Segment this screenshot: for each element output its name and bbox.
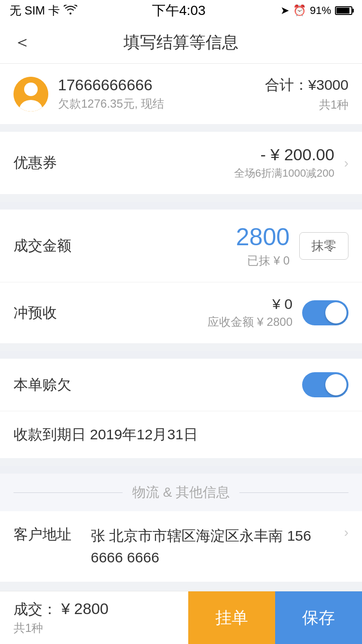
toggle-knob xyxy=(325,302,347,323)
avatar xyxy=(14,77,48,112)
chong-label: 冲预收 xyxy=(14,303,57,323)
due-date-row: 收款到期日 2019年12月31日 xyxy=(0,411,362,458)
location-icon: ➤ xyxy=(280,4,289,17)
coupon-desc: 全场6折满1000减200 xyxy=(234,166,334,181)
page-title: 填写结算等信息 xyxy=(124,31,238,54)
deal-section: 成交金额 2800 已抹 ¥ 0 抹零 冲预收 ¥ 0 应收金额 ¥ 2800 xyxy=(0,210,362,343)
logistics-title: 物流 & 其他信息 xyxy=(123,483,239,502)
bottom-amount-value: ¥ 2800 xyxy=(61,600,109,617)
address-row[interactable]: 客户地址 张 北京市市辖区海淀区永丰南 156 6666 6666 › xyxy=(0,511,362,582)
customer-count: 共1种 xyxy=(265,97,348,112)
save-button[interactable]: 保存 xyxy=(275,591,362,644)
alarm-icon: ⏰ xyxy=(293,4,306,17)
customer-left: 17666666666 欠款1276.35元, 现结 xyxy=(14,76,164,112)
status-right: ➤ ⏰ 91% xyxy=(280,4,352,17)
logistics-header: 物流 & 其他信息 xyxy=(0,474,362,511)
deal-label: 成交金额 xyxy=(14,236,71,256)
battery-icon xyxy=(335,6,352,15)
content-area: 17666666666 欠款1276.35元, 现结 合计：¥3000 共1种 … xyxy=(0,64,362,644)
qianqian-toggle[interactable] xyxy=(302,372,348,397)
round-button[interactable]: 抹零 xyxy=(299,232,348,260)
qianqian-label: 本单赊欠 xyxy=(14,375,71,395)
chong-right-block: ¥ 0 应收金额 ¥ 2800 xyxy=(208,296,348,330)
divider-1 xyxy=(0,202,362,210)
coupon-section: 优惠券 - ¥ 200.00 全场6折满1000减200 › xyxy=(0,132,362,194)
chong-toggle[interactable] xyxy=(302,300,348,325)
customer-phone: 17666666666 xyxy=(58,76,164,94)
coupon-row[interactable]: 优惠券 - ¥ 200.00 全场6折满1000减200 › xyxy=(0,132,362,194)
nav-bar: ＜ 填写结算等信息 xyxy=(0,21,362,64)
coupon-chevron: › xyxy=(344,155,348,171)
toggle-knob-2 xyxy=(325,374,347,395)
address-label: 客户地址 xyxy=(14,525,81,545)
coupon-label: 优惠券 xyxy=(14,153,57,173)
back-button[interactable]: ＜ xyxy=(14,30,31,54)
status-left: 无 SIM 卡 xyxy=(10,3,77,18)
due-date-value: 2019年12月31日 xyxy=(90,426,197,442)
qianqian-section: 本单赊欠 收款到期日 2019年12月31日 xyxy=(0,359,362,458)
customer-row: 17666666666 欠款1276.35元, 现结 合计：¥3000 共1种 xyxy=(0,64,362,124)
status-time: 下午4:03 xyxy=(152,1,206,20)
bottom-bar: 成交： ¥ 2800 共1种 挂单 保存 xyxy=(0,591,362,644)
deal-amount: 2800 xyxy=(236,223,290,251)
chong-row: 冲预收 ¥ 0 应收金额 ¥ 2800 xyxy=(0,282,362,343)
divider-2 xyxy=(0,351,362,359)
address-section: 客户地址 张 北京市市辖区海淀区永丰南 156 6666 6666 › xyxy=(0,511,362,582)
qianqian-row: 本单赊欠 xyxy=(0,359,362,411)
divider-3 xyxy=(0,466,362,474)
bottom-count: 共1种 xyxy=(14,620,175,636)
chong-sub: 应收金额 ¥ 2800 xyxy=(208,314,292,330)
deal-right: 2800 已抹 ¥ 0 抹零 xyxy=(236,223,348,268)
status-bar: 无 SIM 卡 下午4:03 ➤ ⏰ 91% xyxy=(0,0,362,21)
svg-point-1 xyxy=(24,83,38,96)
deal-sub: 已抹 ¥ 0 xyxy=(236,253,290,268)
chong-value: ¥ 0 xyxy=(208,296,292,312)
hang-button[interactable]: 挂单 xyxy=(188,591,275,644)
customer-right: 合计：¥3000 共1种 xyxy=(265,75,348,112)
coupon-amount: - ¥ 200.00 xyxy=(234,145,334,164)
customer-total: 合计：¥3000 xyxy=(265,75,348,95)
address-chevron: › xyxy=(344,525,348,540)
customer-info: 17666666666 欠款1276.35元, 现结 xyxy=(58,76,164,112)
chong-value-block: ¥ 0 应收金额 ¥ 2800 xyxy=(208,296,292,330)
sim-status: 无 SIM 卡 xyxy=(10,3,60,18)
deal-row: 成交金额 2800 已抹 ¥ 0 抹零 xyxy=(0,210,362,282)
discount-block: - ¥ 200.00 全场6折满1000减200 xyxy=(234,145,334,181)
coupon-right: - ¥ 200.00 全场6折满1000减200 › xyxy=(234,145,348,181)
deal-amount-block: 2800 已抹 ¥ 0 xyxy=(236,223,290,268)
address-value: 张 北京市市辖区海淀区永丰南 156 6666 6666 xyxy=(91,525,334,568)
bottom-amount-label: 成交： xyxy=(14,601,57,617)
customer-sub: 欠款1276.35元, 现结 xyxy=(58,96,164,112)
bottom-summary: 成交： ¥ 2800 共1种 xyxy=(0,600,188,636)
wifi-icon xyxy=(64,4,77,17)
qianqian-right xyxy=(302,372,348,397)
due-date-label: 收款到期日 2019年12月31日 xyxy=(14,425,198,445)
bottom-amount: 成交： ¥ 2800 xyxy=(14,600,175,619)
battery-percent: 91% xyxy=(310,4,331,17)
